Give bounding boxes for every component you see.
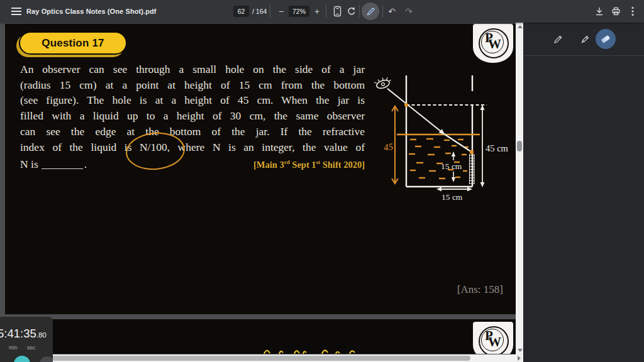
fill-in-blank [42, 168, 83, 169]
document-title: Ray Optics Class Notes (One Shot).pdf [26, 0, 157, 23]
download-button[interactable] [593, 0, 606, 23]
pw-logo: P W [473, 322, 513, 354]
question-line: can see the edge at the bottom of the ja… [20, 124, 365, 140]
stopwatch-time: 5:41:35.80 [0, 327, 47, 341]
undo-button[interactable]: ↶ [385, 0, 399, 23]
hamburger-icon [11, 7, 22, 16]
answer-blank-line: N is. [20, 156, 87, 172]
stopwatch-start-button[interactable] [14, 356, 30, 362]
light-ray [387, 89, 472, 152]
eraser-icon [600, 33, 611, 45]
separator [326, 5, 326, 18]
pdf-viewer-area: Question 17 P W An observer can see thro… [0, 23, 523, 362]
zoom-level-display: 72% [289, 6, 309, 17]
label-45cm: 45 cm [486, 143, 509, 153]
horizontal-scroll-thumb[interactable] [2, 356, 470, 361]
menu-button[interactable] [9, 0, 24, 23]
pencil-icon [553, 34, 564, 45]
minus-icon: − [279, 7, 284, 16]
horizontal-scrollbar[interactable] [0, 354, 523, 362]
dimension-45cm-right: 45 cm [480, 105, 509, 187]
question-line: An observer can see through a small hole… [20, 62, 365, 77]
page2-handwriting-partial [262, 347, 369, 354]
observer-eye-icon [374, 75, 392, 90]
pw-logo: P W [473, 24, 513, 63]
zoom-in-button[interactable]: + [311, 0, 323, 23]
question-line: (radius 15 cm) at a point at height of 1… [20, 77, 365, 93]
stopwatch-fraction: .80 [36, 331, 47, 339]
scroll-right-button[interactable] [518, 356, 521, 361]
vertical-scroll-thumb[interactable] [517, 141, 522, 151]
jar-outline [406, 75, 472, 187]
pdf-page-2: P W [5, 319, 516, 354]
label-15cm-bottom: 15 cm [441, 192, 463, 202]
rotate-button[interactable] [345, 0, 358, 23]
redo-icon: ↷ [405, 7, 413, 16]
wall-hit-point [470, 150, 474, 154]
pen-tool-button[interactable] [579, 33, 591, 45]
stopwatch-sec-label: sec [27, 344, 35, 351]
pencil-tool-button[interactable] [552, 33, 564, 45]
pdf-viewer-window: Ray Optics Class Notes (One Shot).pdf 62… [0, 0, 644, 362]
scroll-down-button[interactable] [518, 349, 523, 352]
pen-icon [580, 34, 591, 45]
plus-icon: + [314, 7, 319, 16]
fit-page-icon [333, 6, 342, 17]
separator [359, 5, 360, 18]
undo-icon: ↶ [388, 7, 396, 16]
more-options-button[interactable] [627, 0, 638, 23]
page-number-input[interactable]: 62 [233, 6, 249, 17]
annotation-sidebar [523, 23, 644, 362]
eraser-tool-button-selected[interactable] [596, 29, 616, 49]
stopwatch-reset-button[interactable] [40, 356, 53, 362]
fit-page-button[interactable] [331, 0, 343, 23]
hole-point [404, 103, 408, 107]
stopwatch-overlay: 5:41:35.80 min sec [0, 317, 53, 362]
print-icon [611, 6, 621, 16]
print-button[interactable] [609, 0, 623, 23]
zoom-out-button[interactable]: − [275, 0, 287, 23]
label-15cm-inner: 15 cm [441, 162, 462, 171]
question-badge: Question 17 [19, 31, 127, 55]
question-line: filled with a liquid up to a height of 3… [20, 108, 365, 124]
sidebar-divider [524, 55, 644, 56]
question-line: (see figure). The hole is at a height of… [20, 92, 365, 108]
question-line: index of the liquid is N/100, where N is… [20, 140, 365, 155]
redo-button[interactable]: ↷ [402, 0, 416, 23]
page-count-label: / 164 [252, 0, 267, 23]
answer-label: [Ans: 158] [457, 283, 503, 296]
toolbar: Ray Optics Class Notes (One Shot).pdf 62… [0, 0, 644, 23]
rotate-icon [347, 6, 357, 16]
vertical-scrollbar[interactable] [516, 23, 523, 354]
pdf-page-1: Question 17 P W An observer can see thro… [5, 24, 516, 314]
exam-reference-tag: [Main 3rd Sept 1st Shift 2020] [253, 155, 365, 173]
question-text: An observer can see through a small hole… [20, 62, 365, 173]
pw-logo-ring: P W [479, 28, 509, 58]
separator [382, 5, 383, 18]
annotate-button[interactable] [362, 3, 379, 20]
scroll-up-button[interactable] [518, 25, 523, 28]
label-45-handwritten: 45 [383, 141, 394, 153]
dimension-45-handwritten: 45 [383, 106, 398, 184]
more-vertical-icon [631, 6, 634, 16]
download-icon [594, 6, 604, 16]
jar-figure: 45 cm 15 cm 15 cm [371, 70, 516, 206]
dimension-15cm-bottom: 15 cm [436, 187, 472, 202]
question-last-line: N is. [Main 3rd Sept 1st Shift 2020] [20, 155, 365, 173]
annotate-pen-icon [366, 7, 375, 16]
separator [270, 5, 270, 18]
stopwatch-min-label: min [9, 344, 18, 351]
pw-logo-letter-w: W [488, 36, 501, 52]
